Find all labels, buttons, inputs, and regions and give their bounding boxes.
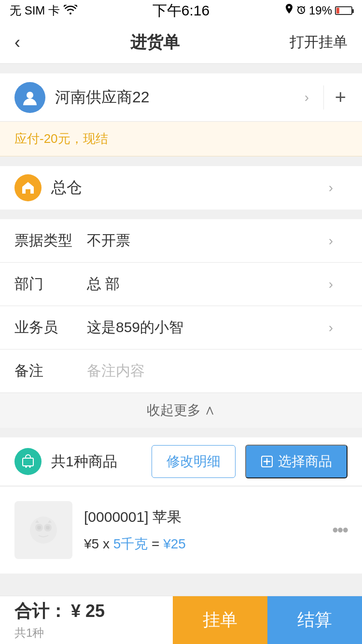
location-icon xyxy=(285,4,293,17)
product-price: ¥5 x 5千克 = ¥25 xyxy=(84,535,332,553)
modify-detail-button[interactable]: 修改明细 xyxy=(152,445,236,478)
dept-value: 总 部 xyxy=(82,274,329,294)
invoice-value: 不开票 xyxy=(82,231,329,251)
separator2 xyxy=(0,156,362,166)
warehouse-chevron-icon: › xyxy=(329,180,333,196)
collapse-text: 收起更多 ∧ xyxy=(147,401,216,420)
supplier-name: 河南供应商22 xyxy=(55,87,305,108)
collapse-row[interactable]: 收起更多 ∧ xyxy=(0,393,362,428)
supplier-avatar xyxy=(14,82,45,113)
warehouse-icon xyxy=(14,174,42,201)
owl-logo-icon xyxy=(27,513,60,547)
checkout-button[interactable]: 结算 xyxy=(267,596,362,644)
staff-row[interactable]: 业务员 这是859的小智 › xyxy=(0,306,362,350)
home-icon xyxy=(21,181,35,195)
svg-point-4 xyxy=(25,466,27,468)
alarm-icon xyxy=(296,4,306,17)
notice-banner: 应付-20元，现结 xyxy=(0,122,362,156)
dept-row[interactable]: 部门 总 部 › xyxy=(0,263,362,306)
select-btn-label: 选择商品 xyxy=(278,452,332,471)
back-button[interactable]: ‹ xyxy=(14,32,20,53)
wifi-icon xyxy=(64,4,77,17)
staff-label: 业务员 xyxy=(14,318,82,337)
product-header: 共1种商品 修改明细 选择商品 xyxy=(0,437,362,486)
separator4 xyxy=(0,428,362,437)
page-title: 进货单 xyxy=(130,31,180,54)
separator xyxy=(0,64,362,73)
select-icon xyxy=(261,455,273,468)
total-count: 共1种 xyxy=(14,625,158,641)
status-right: 19% xyxy=(285,4,352,17)
add-button[interactable]: + xyxy=(323,85,348,110)
separator5 xyxy=(0,486,362,486)
invoice-label: 票据类型 xyxy=(14,231,82,251)
product-item: [0000001] 苹果 ¥5 x 5千克 = ¥25 ••• xyxy=(0,487,362,574)
svg-point-5 xyxy=(29,466,31,468)
status-bar: 无 SIM 卡 下午6:16 19% xyxy=(0,0,362,21)
cart-icon xyxy=(21,454,35,469)
svg-rect-2 xyxy=(26,189,30,194)
svg-point-7 xyxy=(30,517,57,544)
staff-value: 这是859的小智 xyxy=(82,318,329,337)
warehouse-name: 总仓 xyxy=(51,177,329,198)
product-count: 共1种商品 xyxy=(51,452,152,472)
form-section: 票据类型 不开票 › 部门 总 部 › 业务员 这是859的小智 › 备注 备注… xyxy=(0,219,362,393)
separator3 xyxy=(0,210,362,219)
qty-value: 5千克 xyxy=(113,536,148,551)
product-thumbnail xyxy=(14,501,72,559)
person-icon xyxy=(21,89,39,106)
dept-label: 部门 xyxy=(14,274,82,294)
total-bar: 合计： ¥ 25 共1种 挂单 结算 xyxy=(0,596,362,644)
total-amount: 合计： ¥ 25 xyxy=(14,600,158,623)
svg-rect-3 xyxy=(23,458,33,466)
remark-value: 备注内容 xyxy=(82,361,348,381)
supplier-section: 河南供应商22 › + 应付-20元，现结 xyxy=(0,73,362,156)
product-name: [0000001] 苹果 xyxy=(84,507,332,527)
select-product-button[interactable]: 选择商品 xyxy=(245,445,348,478)
remark-row[interactable]: 备注 备注内容 xyxy=(0,350,362,393)
hang-button[interactable]: 挂单 xyxy=(173,596,267,644)
invoice-row[interactable]: 票据类型 不开票 › xyxy=(0,219,362,263)
battery-icon xyxy=(335,6,352,15)
svg-point-10 xyxy=(37,526,41,530)
carrier-text: 无 SIM 卡 xyxy=(10,3,60,18)
price-value: ¥5 xyxy=(84,536,99,551)
supplier-chevron-icon: › xyxy=(305,90,309,105)
svg-point-11 xyxy=(46,526,50,530)
more-options-button[interactable]: ••• xyxy=(332,520,348,540)
battery-percent: 19% xyxy=(309,4,332,17)
invoice-chevron-icon: › xyxy=(329,233,333,249)
nav-bar: ‹ 进货单 打开挂单 xyxy=(0,21,362,64)
product-info: [0000001] 苹果 ¥5 x 5千克 = ¥25 xyxy=(84,507,332,553)
warehouse-row[interactable]: 总仓 › xyxy=(0,166,362,210)
supplier-row[interactable]: 河南供应商22 › + xyxy=(0,73,362,122)
remark-label: 备注 xyxy=(14,361,82,381)
dept-chevron-icon: › xyxy=(329,277,333,292)
status-carrier: 无 SIM 卡 xyxy=(10,3,77,18)
total-value: ¥25 xyxy=(163,536,186,551)
status-time: 下午6:16 xyxy=(153,1,209,21)
open-hang-button[interactable]: 打开挂单 xyxy=(290,32,348,52)
product-icon xyxy=(14,448,42,475)
total-info: 合计： ¥ 25 共1种 xyxy=(0,600,173,641)
staff-chevron-icon: › xyxy=(329,320,333,336)
warehouse-section: 总仓 › xyxy=(0,166,362,210)
svg-point-1 xyxy=(27,92,33,98)
notice-text: 应付-20元，现结 xyxy=(14,131,108,146)
